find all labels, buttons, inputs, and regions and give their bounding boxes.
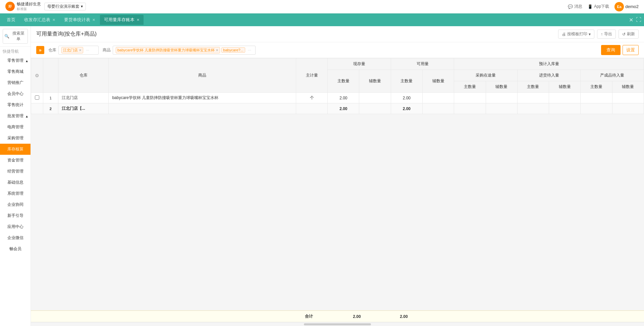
sidebar-item-system-label: 系统管理 [7, 191, 23, 196]
summary-current-main: 2.00 [345, 314, 369, 319]
top-bar-right: 💬 消息 📱 App下载 Ea demo2 [568, 2, 639, 11]
expand-icon: » [39, 47, 42, 53]
th-incoming-main: 主数量 [517, 81, 549, 93]
tab-available-stock-close[interactable]: ✕ [137, 18, 140, 22]
export-btn[interactable]: ↑ 导出 [597, 30, 616, 39]
warehouse-tag-close[interactable]: ✕ [79, 48, 82, 52]
table-container: ⚙ 仓库 商品 主计量 现存量 可用量 预计入库量 主数量 辅数量 主数量 [31, 58, 644, 310]
tab-receivable-close[interactable]: ✕ [52, 18, 55, 22]
product-tag-2: babycare?... [221, 47, 245, 53]
tab-receivable[interactable]: 收发存汇总表 ✕ [20, 15, 59, 25]
app-download-btn[interactable]: 📱 App下载 [588, 4, 609, 9]
th-incoming: 进货待入量 [517, 70, 581, 81]
sidebar-item-wholesale-label: 批发管理 [7, 113, 23, 119]
sidebar-retail-expand-icon: ▲ [25, 59, 29, 62]
scroll-thumb[interactable] [304, 323, 371, 325]
sidebar-wholesale-expand-icon: ▲ [25, 114, 29, 118]
row1-num: 1 [43, 93, 58, 103]
sidebar-item-retail-stats[interactable]: 零售统计 [0, 99, 31, 110]
export-icon: ↑ [601, 32, 603, 37]
sidebar-item-inventory[interactable]: 库存核算 [0, 144, 31, 155]
row1-product: babycare学饮杯 儿童防摔防撞吸管杯重力球吸嘴杯宝宝水杯 [109, 93, 296, 103]
sidebar-search-btn[interactable]: 🔍 搜索菜单 [3, 29, 28, 44]
row2-unit [296, 103, 327, 114]
th-incoming-aux: 辅数量 [549, 81, 581, 93]
tab-order-stats[interactable]: 要货单统计表 ✕ [60, 15, 99, 25]
message-icon: 💬 [568, 4, 573, 9]
sidebar-item-wechat[interactable]: 企业微信 [0, 232, 31, 243]
horizontal-scrollbar[interactable] [31, 322, 644, 326]
tab-close-all-icon[interactable]: ✕ [629, 17, 633, 23]
row1-purchase-main [454, 93, 486, 103]
tab-bar-actions: ✕ ⛶ [629, 17, 641, 23]
tab-order-stats-close[interactable]: ✕ [92, 18, 95, 22]
sidebar-item-member-label: 会员中心 [7, 91, 23, 97]
tab-available-stock[interactable]: 可用量库存账本 ✕ [100, 15, 144, 25]
sidebar-item-system[interactable]: 系统管理 [0, 188, 31, 199]
filter-expand-btn[interactable]: » [36, 46, 44, 54]
sidebar-item-finance[interactable]: 资金管理 [0, 155, 31, 166]
sidebar-item-wholesale[interactable]: 批发管理 ▲ [0, 110, 31, 122]
page-actions: 🖨 按模板打印 ▾ ↑ 导出 ↺ 刷新 [558, 30, 639, 39]
product-filter-label: 商品 [103, 47, 111, 53]
row1-check[interactable] [35, 95, 39, 100]
sidebar-item-basic[interactable]: 基础信息 [0, 177, 31, 188]
sidebar-item-enterprise[interactable]: 企业协同 [0, 199, 31, 210]
sidebar-item-ecommerce[interactable]: 电商管理 [0, 122, 31, 133]
refresh-icon: ↺ [622, 32, 626, 37]
logo-sub: 标准版 [17, 7, 41, 11]
sidebar-item-marketing-label: 营销推广 [7, 80, 23, 86]
col-settings-icon[interactable]: ⚙ [35, 73, 39, 78]
th-production-pending: 产成品待入量 [581, 70, 644, 81]
sidebar-item-purchase-label: 采购管理 [7, 135, 23, 141]
message-label: 消息 [574, 4, 582, 9]
print-icon: 🖨 [562, 32, 566, 37]
tab-home[interactable]: 首页 [3, 15, 19, 25]
top-bar-left: 好 畅捷通好生意 标准版 母婴行业演示账套 ▾ [5, 2, 86, 11]
warehouse-input[interactable]: 江北门店 ✕ ··· [58, 46, 99, 55]
sidebar-item-ecommerce-label: 电商管理 [7, 124, 23, 130]
message-btn[interactable]: 💬 消息 [568, 4, 582, 9]
user-name: demo2 [625, 4, 639, 9]
product-more-icon[interactable]: ··· [247, 48, 253, 52]
row1-checkbox[interactable] [31, 93, 43, 103]
sidebar-item-retail[interactable]: 零售管理 ▲ [0, 55, 31, 66]
sidebar-item-retail-mall[interactable]: 零售商城 [0, 66, 31, 77]
sidebar-item-marketing[interactable]: 营销推广 [0, 77, 31, 88]
row1-unit: 个 [296, 93, 327, 103]
industry-selector[interactable]: 母婴行业演示账套 ▾ [44, 3, 86, 10]
tab-order-stats-label: 要货单统计表 [64, 17, 90, 23]
sidebar-item-appstore[interactable]: 应用中心 [0, 221, 31, 232]
row1-available-aux [423, 93, 454, 103]
sidebar-item-member[interactable]: 会员中心 [0, 88, 31, 99]
avatar: Ea [614, 2, 624, 11]
sidebar-item-retail-stats-label: 零售统计 [7, 102, 23, 108]
table-row: 2 江北门店【... 2.00 2.00 [31, 103, 644, 114]
row1-production-main [581, 93, 612, 103]
sidebar-item-member2[interactable]: 畅会员 [0, 243, 31, 254]
row2-checkbox[interactable] [31, 103, 43, 114]
tab-expand-icon[interactable]: ⛶ [636, 17, 641, 23]
sidebar-item-operations[interactable]: 经营管理 [0, 166, 31, 177]
export-label: 导出 [604, 31, 612, 37]
query-btn[interactable]: 查询 [601, 45, 621, 55]
print-btn[interactable]: 🖨 按模板打印 ▾ [558, 30, 594, 39]
product-input[interactable]: babycare学饮杯 儿童防摔防撞吸管杯重力球吸嘴杯宝宝水杯 ✕ babyca… [113, 46, 256, 55]
product-tag-1-close[interactable]: ✕ [216, 48, 218, 52]
product-tag-1-value: babycare学饮杯 儿童防摔防撞吸管杯重力球吸嘴杯宝宝水杯 [117, 48, 215, 53]
sidebar-item-newbie[interactable]: 新手引导 [0, 210, 31, 221]
row2-warehouse: 江北门店【... [58, 103, 109, 114]
warehouse-more-icon[interactable]: ··· [85, 48, 91, 52]
tab-receivable-label: 收发存汇总表 [24, 17, 50, 23]
refresh-btn[interactable]: ↺ 刷新 [619, 30, 639, 39]
row2-purchase-main [454, 103, 486, 114]
user-area[interactable]: Ea demo2 [614, 2, 639, 11]
settings-btn[interactable]: 设置 [623, 45, 639, 55]
th-production-aux: 辅数量 [612, 81, 644, 93]
th-purchase-aux: 辅数量 [486, 81, 517, 93]
sidebar-item-purchase[interactable]: 采购管理 [0, 133, 31, 144]
avatar-text: Ea [617, 5, 622, 9]
th-row-num [43, 58, 58, 93]
row2-current-main: 2.00 [328, 103, 359, 114]
page-header: 可用量查询(按仓库+商品) 🖨 按模板打印 ▾ ↑ 导出 ↺ 刷新 [31, 26, 644, 42]
